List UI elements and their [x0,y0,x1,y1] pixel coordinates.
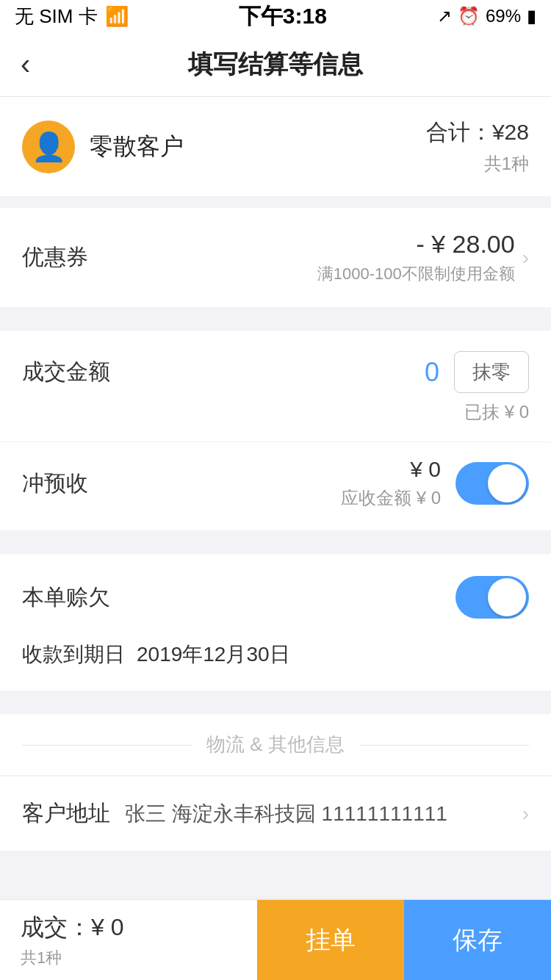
battery-icon: ▮ [527,6,536,26]
bottom-count: 共1种 [21,947,237,969]
prepay-receivable: 应收金额 ¥ 0 [341,486,441,510]
status-bar: 无 SIM 卡 📶 下午3:18 ↗ ⏰ 69% ▮ [0,0,551,32]
transaction-value[interactable]: 0 [425,357,439,388]
prepay-row: 冲预收 ¥ 0 应收金额 ¥ 0 [0,442,551,530]
arrears-row: 本单赊欠 [0,554,551,641]
bottom-bar: 成交：¥ 0 共1种 挂单 保存 [0,899,551,980]
bottom-info: 成交：¥ 0 共1种 [0,912,257,969]
alarm-icon: ⏰ [458,6,480,26]
section-divider-2 [0,542,551,554]
coupon-desc: 满1000-100不限制使用金额 [317,263,515,285]
arrears-toggle[interactable] [455,576,529,619]
coupon-label: 优惠券 [22,242,88,273]
coupon-row[interactable]: 优惠券 - ¥ 28.00 满1000-100不限制使用金额 › [0,208,551,307]
section-divider-3 [0,702,551,714]
deal-value: ¥ 0 [91,914,123,940]
transaction-right: 0 抹零 [425,351,529,393]
transaction-row: 成交金额 0 抹零 [0,331,551,400]
prepay-amount: ¥ 0 应收金额 ¥ 0 [341,457,441,510]
customer-row: 👤 零散客户 合计：¥28 共1种 [0,97,551,196]
arrears-section: 本单赊欠 收款到期日 2019年12月30日 [0,554,551,691]
due-date-value[interactable]: 2019年12月30日 [137,641,290,669]
section-divider-1 [0,319,551,331]
address-label: 客户地址 [22,799,110,829]
customer-name: 零散客户 [90,131,184,163]
deal-label: 成交： [21,914,91,940]
customer-left: 👤 零散客户 [22,120,184,173]
round-button[interactable]: 抹零 [454,351,529,393]
location-icon: ↗ [437,6,452,26]
sim-status: 无 SIM 卡 [15,4,98,29]
nav-bar: ‹ 填写结算等信息 [0,32,551,97]
address-chevron-icon: › [522,802,529,826]
already-rounded: 已抹 ¥ 0 [0,400,551,442]
prepay-right: ¥ 0 应收金额 ¥ 0 [341,457,529,510]
due-date-row: 收款到期日 2019年12月30日 [0,641,551,691]
status-time: 下午3:18 [239,1,327,32]
wifi-icon: 📶 [105,5,129,28]
hang-button[interactable]: 挂单 [257,900,404,981]
save-button[interactable]: 保存 [404,900,551,981]
total-count: 共1种 [426,152,529,176]
bottom-deal: 成交：¥ 0 [21,912,237,944]
prepay-value: ¥ 0 [341,457,441,482]
logistics-title: 物流 & 其他信息 [192,732,359,757]
status-left: 无 SIM 卡 📶 [15,4,129,29]
battery-level: 69% [486,6,521,26]
prepay-label: 冲预收 [22,469,88,499]
due-date-label: 收款到期日 [22,641,125,669]
arrears-label: 本单赊欠 [22,583,110,613]
total-amount: 合计：¥28 [426,118,529,148]
coupon-value: - ¥ 28.00 满1000-100不限制使用金额 [317,230,515,285]
address-row[interactable]: 客户地址 张三 海淀永丰科技园 11111111111 › [0,777,551,851]
user-icon: 👤 [32,131,66,163]
address-value: 张三 海淀永丰科技园 11111111111 [125,800,522,828]
status-right: ↗ ⏰ 69% ▮ [437,6,536,26]
coupon-amount: - ¥ 28.00 [317,230,515,259]
back-button[interactable]: ‹ [21,48,30,81]
chevron-right-icon: › [522,246,529,270]
coupon-right: - ¥ 28.00 满1000-100不限制使用金额 › [317,230,529,285]
transaction-label: 成交金额 [22,357,110,387]
logistics-header: 物流 & 其他信息 [0,714,551,775]
avatar: 👤 [22,120,75,173]
content-area: 👤 零散客户 合计：¥28 共1种 优惠券 - ¥ 28.00 满1000-10… [0,97,551,951]
customer-right: 合计：¥28 共1种 [426,118,529,176]
prepay-toggle[interactable] [455,462,529,505]
transaction-section: 成交金额 0 抹零 已抹 ¥ 0 冲预收 ¥ 0 应收金额 ¥ 0 [0,331,551,530]
page-title: 填写结算等信息 [188,48,363,82]
